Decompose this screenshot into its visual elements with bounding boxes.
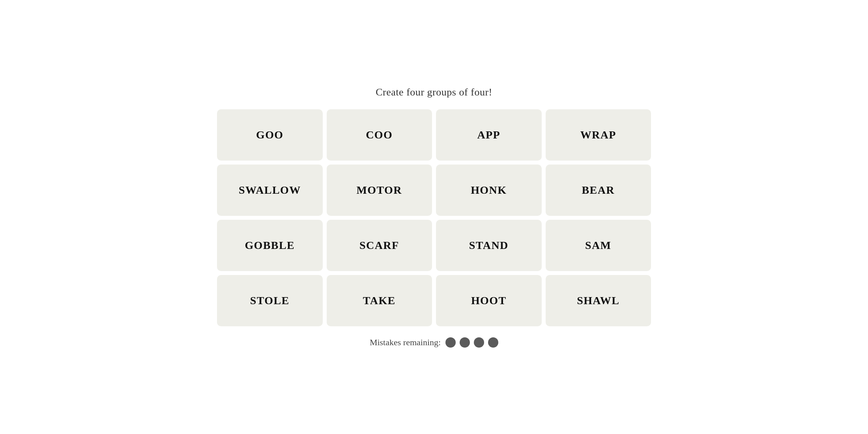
word-card[interactable]: SCARF bbox=[327, 220, 432, 271]
word-card[interactable]: HOOT bbox=[436, 275, 542, 326]
word-label: STOLE bbox=[250, 294, 290, 307]
word-label: SCARF bbox=[359, 239, 399, 252]
word-label: APP bbox=[477, 129, 500, 141]
word-label: TAKE bbox=[363, 294, 396, 307]
word-card[interactable]: APP bbox=[436, 109, 542, 161]
word-label: STAND bbox=[469, 239, 509, 252]
mistakes-row: Mistakes remaining: bbox=[370, 337, 498, 348]
word-label: SHAWL bbox=[577, 294, 619, 307]
game-subtitle: Create four groups of four! bbox=[376, 86, 492, 98]
word-card[interactable]: WRAP bbox=[546, 109, 651, 161]
word-label: WRAP bbox=[580, 129, 616, 141]
word-card[interactable]: SHAWL bbox=[546, 275, 651, 326]
mistake-dot bbox=[488, 337, 498, 348]
word-card[interactable]: BEAR bbox=[546, 165, 651, 216]
word-card[interactable]: SWALLOW bbox=[217, 165, 323, 216]
word-card[interactable]: HONK bbox=[436, 165, 542, 216]
game-container: Create four groups of four! GOOCOOAPPWRA… bbox=[217, 86, 651, 348]
word-card[interactable]: MOTOR bbox=[327, 165, 432, 216]
mistake-dot bbox=[460, 337, 470, 348]
word-label: HONK bbox=[471, 184, 507, 196]
word-card[interactable]: GOO bbox=[217, 109, 323, 161]
word-label: BEAR bbox=[582, 184, 615, 196]
word-card[interactable]: GOBBLE bbox=[217, 220, 323, 271]
mistakes-dots bbox=[445, 337, 498, 348]
word-label: GOO bbox=[256, 129, 284, 141]
word-card[interactable]: TAKE bbox=[327, 275, 432, 326]
word-label: MOTOR bbox=[357, 184, 402, 196]
word-label: SAM bbox=[585, 239, 611, 252]
word-label: GOBBLE bbox=[245, 239, 295, 252]
word-card[interactable]: COO bbox=[327, 109, 432, 161]
word-card[interactable]: SAM bbox=[546, 220, 651, 271]
mistake-dot bbox=[474, 337, 484, 348]
mistakes-label: Mistakes remaining: bbox=[370, 337, 441, 348]
word-label: SWALLOW bbox=[239, 184, 301, 196]
word-card[interactable]: STOLE bbox=[217, 275, 323, 326]
word-label: HOOT bbox=[471, 294, 507, 307]
mistake-dot bbox=[445, 337, 456, 348]
word-grid: GOOCOOAPPWRAPSWALLOWMOTORHONKBEARGOBBLES… bbox=[217, 109, 651, 326]
word-label: COO bbox=[366, 129, 393, 141]
word-card[interactable]: STAND bbox=[436, 220, 542, 271]
